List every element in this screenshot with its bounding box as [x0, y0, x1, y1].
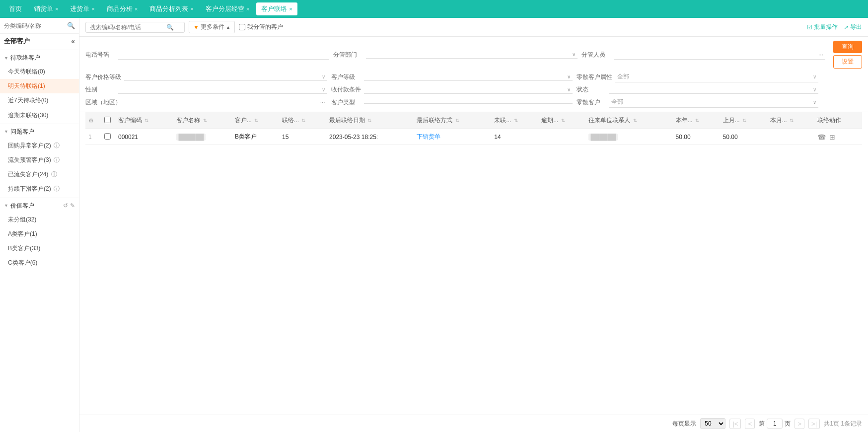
- sidebar-churned[interactable]: 已流失客户(24) ⓘ: [0, 167, 79, 182]
- nav-home[interactable]: 首页: [4, 2, 27, 15]
- main-content: 🔍 ▼ 更多条件 ▲ 我分管的客户 ☑ 批量操作 ↗ 导出: [79, 18, 868, 432]
- nav-close-sales-order[interactable]: ×: [55, 6, 58, 12]
- row-last-month: 50.00: [720, 129, 767, 145]
- customer-level-select[interactable]: ∨: [364, 73, 573, 81]
- status-chevron-icon: ∨: [813, 87, 816, 92]
- last-page-btn[interactable]: >|: [808, 419, 820, 429]
- sidebar-pending-group[interactable]: ▼ 待联络客户: [0, 51, 79, 65]
- nav-purchase-order[interactable]: 进货单 ×: [65, 2, 99, 15]
- sort-icon-name[interactable]: ⇅: [203, 118, 207, 123]
- edit-value-icon[interactable]: ✎: [70, 202, 75, 209]
- page-info: 第 页: [759, 419, 791, 429]
- nav-close-product-analysis[interactable]: ×: [135, 6, 138, 12]
- customer-type-select[interactable]: [364, 101, 573, 104]
- sidebar-problem-group[interactable]: ▼ 问题客户: [0, 125, 79, 139]
- reset-btn[interactable]: 设置: [833, 55, 862, 69]
- sidebar-collapse-icon[interactable]: «: [71, 37, 75, 45]
- page-size-select[interactable]: 50 10 20 100: [700, 418, 725, 429]
- all-customers-label: 全部客户: [4, 37, 30, 46]
- sidebar-repurchase-anomaly[interactable]: 回购异常客户(2) ⓘ: [0, 139, 79, 153]
- sort-icon-year[interactable]: ⇅: [695, 118, 699, 123]
- export-btn[interactable]: ↗ 导出: [844, 23, 862, 31]
- th-this-month: 本月... ⇅: [767, 112, 814, 129]
- chevron-up-icon: ▲: [226, 25, 230, 30]
- nav-close-purchase-order[interactable]: ×: [91, 6, 94, 12]
- sort-icon-method[interactable]: ⇅: [455, 118, 459, 123]
- th-customer-code: 客户编码 ⇅: [115, 112, 173, 129]
- price-level-select[interactable]: ∨: [124, 73, 327, 81]
- th-last-month: 上月... ⇅: [720, 112, 767, 129]
- sort-icon-date[interactable]: ⇅: [367, 118, 371, 123]
- sidebar-all-customers[interactable]: 全部客户 «: [0, 34, 79, 49]
- nav-close-customer-layered[interactable]: ×: [246, 6, 249, 12]
- query-btn[interactable]: 查询: [833, 41, 862, 53]
- next-page-btn[interactable]: >: [795, 419, 804, 429]
- sidebar-tomorrow-pending[interactable]: 明天待联络(1): [0, 79, 79, 93]
- payment-select[interactable]: ∨: [364, 86, 573, 94]
- nav-close-customer-contact[interactable]: ×: [289, 6, 292, 12]
- filter-customer-level: 客户等级 ∨: [331, 73, 573, 81]
- sidebar-today-pending[interactable]: 今天待联络(0): [0, 65, 79, 79]
- nav-close-product-analysis-list[interactable]: ×: [190, 6, 193, 12]
- row-contact-person: ██████: [585, 129, 672, 145]
- region-dots-icon[interactable]: ···: [320, 99, 325, 106]
- search-input[interactable]: [90, 24, 164, 31]
- sidebar-declining[interactable]: 持续下滑客户(2) ⓘ: [0, 182, 79, 196]
- person-select[interactable]: ···: [614, 50, 825, 60]
- sidebar-churn-warning[interactable]: 流失预警客户(3) ⓘ: [0, 153, 79, 167]
- search-icon[interactable]: 🔍: [166, 24, 174, 31]
- sidebar-class-b[interactable]: B类客户(33): [0, 241, 79, 256]
- person-dots-icon[interactable]: ···: [818, 51, 823, 58]
- total-info: 共1页 1条记录: [824, 420, 862, 428]
- my-customers-checkbox[interactable]: [239, 24, 245, 30]
- customer-table: ⚙ 客户编码 ⇅ 客户名称 ⇅: [85, 112, 862, 145]
- more-conditions-btn[interactable]: ▼ 更多条件 ▲: [189, 21, 235, 33]
- more-action-icon[interactable]: ⊞: [829, 133, 835, 141]
- sidebar-7days-pending[interactable]: 近7天待联络(0): [0, 93, 79, 108]
- sort-icon-type[interactable]: ⇅: [254, 118, 258, 123]
- batch-op-btn[interactable]: ☑ 批量操作: [807, 23, 838, 31]
- sidebar-search-icon[interactable]: 🔍: [67, 22, 75, 29]
- status-select[interactable]: ∨: [609, 86, 818, 94]
- row-num: 1: [85, 129, 101, 145]
- sidebar-class-c[interactable]: C类客户(6): [0, 256, 79, 270]
- first-page-btn[interactable]: |<: [729, 419, 741, 429]
- sort-icon-contact[interactable]: ⇅: [301, 118, 305, 123]
- retail-customer-select[interactable]: 全部 ∨: [609, 97, 818, 108]
- prev-page-btn[interactable]: <: [745, 419, 755, 429]
- gender-select[interactable]: ∨: [118, 86, 327, 94]
- retail-attr-select[interactable]: 全部 ∨: [615, 72, 818, 82]
- gear-icon-th[interactable]: ⚙: [88, 117, 94, 124]
- filter-row-1: 电话号码 分管部门 ∨ 分管人员 ···: [85, 41, 862, 69]
- sort-icon-tmonth[interactable]: ⇅: [790, 118, 794, 123]
- refresh-icon[interactable]: ↺: [63, 202, 68, 209]
- nav-customer-layered[interactable]: 客户分层经营 ×: [201, 2, 254, 15]
- th-this-year: 本年... ⇅: [673, 112, 720, 129]
- dept-select[interactable]: ∨: [366, 51, 577, 59]
- contact-icon[interactable]: ☎: [817, 133, 826, 141]
- checkbox-icon: ☑: [807, 24, 812, 31]
- sidebar-overdue-uncontact[interactable]: 逾期未联络(30): [0, 108, 79, 123]
- th-overdue: 逾期... ⇅: [538, 112, 585, 129]
- page-input[interactable]: [767, 419, 783, 429]
- sort-icon-lmonth[interactable]: ⇅: [742, 118, 746, 123]
- row-actions: ☎ ⊞: [814, 129, 862, 145]
- sidebar-search-input[interactable]: [4, 22, 65, 29]
- sidebar-value-group[interactable]: ▼ 价值客户 ↺ ✎: [0, 199, 79, 213]
- nav-product-analysis-list[interactable]: 商品分析列表 ×: [145, 2, 198, 15]
- problem-triangle-icon: ▼: [4, 129, 8, 134]
- phone-input[interactable]: [118, 50, 329, 60]
- sort-icon-code[interactable]: ⇅: [145, 118, 148, 123]
- last-method-link[interactable]: 下销货单: [417, 133, 440, 140]
- select-all-checkbox[interactable]: [104, 117, 111, 123]
- sort-icon-person[interactable]: ⇅: [633, 118, 637, 123]
- nav-sales-order[interactable]: 销货单 ×: [29, 2, 63, 15]
- row-this-year: 50.00: [673, 129, 720, 145]
- sort-icon-overdue[interactable]: ⇅: [561, 118, 565, 123]
- region-select[interactable]: ···: [124, 98, 327, 107]
- sidebar-class-a[interactable]: A类客户(1): [0, 227, 79, 241]
- nav-customer-contact[interactable]: 客户联络 ×: [256, 2, 297, 15]
- sidebar-ungrouped[interactable]: 未分组(32): [0, 213, 79, 227]
- nav-product-analysis[interactable]: 商品分析 ×: [102, 2, 143, 15]
- sort-icon-uncontact[interactable]: ⇅: [514, 118, 518, 123]
